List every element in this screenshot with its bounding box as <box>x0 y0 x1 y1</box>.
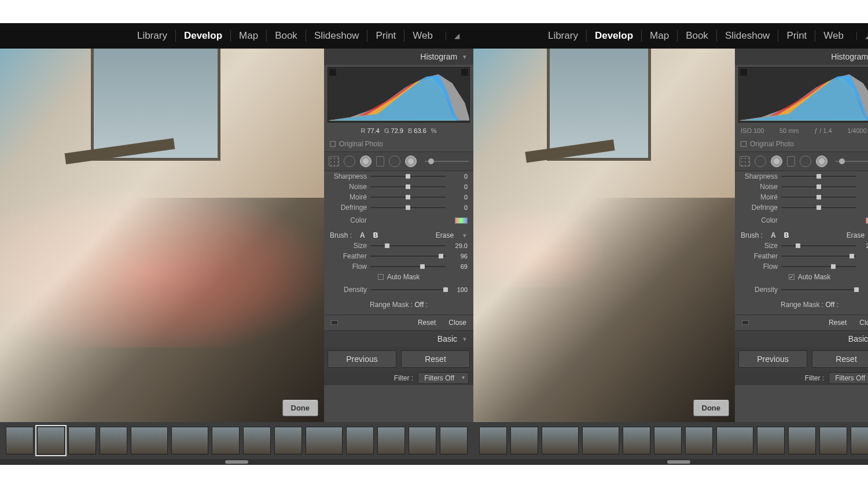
thumb[interactable] <box>582 427 619 454</box>
brush-erase[interactable]: Erase <box>436 231 454 239</box>
thumb[interactable] <box>542 427 579 454</box>
automask-toggle[interactable]: ✓Auto Mask <box>735 272 868 284</box>
module-web[interactable]: Web <box>404 30 441 42</box>
close-button[interactable]: Close <box>859 319 868 327</box>
thumb[interactable] <box>377 427 405 454</box>
reset-all-button[interactable]: Reset <box>401 350 470 368</box>
module-slideshow[interactable]: Slideshow <box>306 30 367 42</box>
graduated-tool-icon[interactable] <box>787 156 795 167</box>
radial-tool-icon[interactable] <box>800 156 811 167</box>
sharpness-slider[interactable] <box>781 176 856 177</box>
module-develop[interactable]: Develop <box>586 30 641 42</box>
noise-slider[interactable] <box>781 186 856 187</box>
sharpness-slider[interactable] <box>370 176 446 177</box>
thumb[interactable] <box>716 427 753 454</box>
spot-tool-icon[interactable] <box>755 156 766 167</box>
thumb[interactable] <box>479 427 507 454</box>
filmstrip[interactable] <box>473 422 868 459</box>
histogram[interactable] <box>738 67 868 123</box>
done-button[interactable]: Done <box>693 400 730 416</box>
close-button[interactable]: Close <box>448 319 466 327</box>
tool-size-slider[interactable] <box>836 161 868 162</box>
brush-a[interactable]: A <box>360 231 365 239</box>
done-button[interactable]: Done <box>282 400 319 416</box>
module-web[interactable]: Web <box>815 30 852 42</box>
reset-button[interactable]: Reset <box>829 319 847 327</box>
defringe-slider[interactable] <box>781 207 856 208</box>
brush-tool-icon[interactable] <box>816 156 827 167</box>
radial-tool-icon[interactable] <box>389 156 400 167</box>
thumb[interactable] <box>757 427 785 454</box>
moire-slider[interactable] <box>781 197 856 198</box>
thumb[interactable] <box>131 427 168 454</box>
color-swatch[interactable] <box>866 217 868 224</box>
thumb[interactable] <box>685 427 713 454</box>
module-book[interactable]: Book <box>677 30 716 42</box>
thumb[interactable] <box>171 427 208 454</box>
range-mask-row[interactable]: Range Mask : Off : <box>735 295 868 315</box>
module-overflow-icon[interactable]: ◢ <box>856 32 868 40</box>
thumb[interactable] <box>346 427 374 454</box>
size-slider[interactable] <box>370 245 446 246</box>
module-map[interactable]: Map <box>641 30 677 42</box>
thumb-selected[interactable] <box>37 427 65 454</box>
redeye-tool-icon[interactable] <box>771 156 782 167</box>
thumb[interactable] <box>623 427 650 454</box>
brush-a[interactable]: A <box>771 231 776 239</box>
histogram-header[interactable]: Histogram▼ <box>735 49 868 65</box>
filmstrip[interactable] <box>0 422 473 459</box>
module-print[interactable]: Print <box>778 30 815 42</box>
previous-button[interactable]: Previous <box>328 350 396 368</box>
original-photo-toggle[interactable]: Original Photo <box>735 136 868 151</box>
brush-b[interactable]: B <box>784 231 789 239</box>
thumb[interactable] <box>440 427 468 454</box>
filmstrip-scrollbar[interactable] <box>0 459 473 465</box>
redeye-tool-icon[interactable] <box>360 156 372 167</box>
thumb[interactable] <box>274 427 302 454</box>
module-library[interactable]: Library <box>129 30 175 42</box>
crop-tool-icon[interactable] <box>740 156 750 167</box>
size-slider[interactable] <box>781 245 856 246</box>
thumb[interactable] <box>212 427 240 454</box>
thumb[interactable] <box>68 427 96 454</box>
previous-button[interactable]: Previous <box>738 350 807 368</box>
module-map[interactable]: Map <box>230 30 266 42</box>
graduated-tool-icon[interactable] <box>376 156 384 167</box>
thumb[interactable] <box>243 427 271 454</box>
brush-b[interactable]: B <box>373 231 378 239</box>
flow-slider[interactable] <box>781 266 856 267</box>
density-slider[interactable] <box>781 289 856 290</box>
defringe-slider[interactable] <box>370 207 446 208</box>
brush-tool-icon[interactable] <box>405 156 417 167</box>
filmstrip-scrollbar[interactable] <box>473 459 868 465</box>
module-book[interactable]: Book <box>266 30 306 42</box>
panel-switch-icon[interactable] <box>331 320 338 325</box>
crop-tool-icon[interactable] <box>329 156 339 167</box>
reset-all-button[interactable]: Reset <box>812 350 868 368</box>
image-canvas[interactable]: Done <box>473 49 735 422</box>
thumb[interactable] <box>100 427 127 454</box>
thumb[interactable] <box>788 427 816 454</box>
thumb[interactable] <box>409 427 436 454</box>
image-canvas[interactable]: Done <box>0 49 324 422</box>
brush-erase[interactable]: Erase <box>847 231 865 239</box>
filter-dropdown[interactable]: Filters Off <box>829 372 868 384</box>
thumb[interactable] <box>306 427 343 454</box>
module-slideshow[interactable]: Slideshow <box>716 30 778 42</box>
spot-tool-icon[interactable] <box>344 156 355 167</box>
thumb[interactable] <box>654 427 682 454</box>
thumb[interactable] <box>510 427 538 454</box>
thumb[interactable] <box>6 427 34 454</box>
basic-header[interactable]: Basic▼ <box>735 331 868 347</box>
basic-header[interactable]: Basic▼ <box>324 331 473 347</box>
histogram-header[interactable]: Histogram▼ <box>324 49 473 65</box>
module-overflow-icon[interactable]: ◢ <box>446 32 468 40</box>
panel-switch-icon[interactable] <box>742 320 749 325</box>
module-develop[interactable]: Develop <box>175 30 230 42</box>
feather-slider[interactable] <box>781 256 856 257</box>
range-mask-row[interactable]: Range Mask : Off : <box>324 295 473 315</box>
original-photo-toggle[interactable]: Original Photo <box>324 136 473 151</box>
feather-slider[interactable] <box>370 256 446 257</box>
thumb[interactable] <box>819 427 847 454</box>
automask-toggle[interactable]: Auto Mask <box>324 272 473 284</box>
